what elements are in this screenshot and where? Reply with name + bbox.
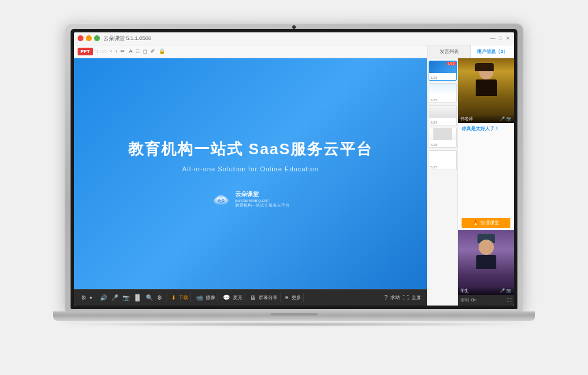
slide-thumb-3[interactable]: 3/25 — [429, 105, 457, 125]
thumb-bg-3 — [429, 106, 456, 118]
text-icon[interactable]: A — [129, 48, 132, 54]
toolbar-group-chat: 💬 麦克 — [219, 293, 245, 302]
slide-thumb-2[interactable]: 2/25 — [429, 83, 457, 103]
toolbar-group-record: ⚙ ● — [78, 293, 95, 302]
zoom-icon[interactable]: 🔍 — [145, 293, 154, 302]
menu-icon[interactable]: ≡ — [284, 293, 290, 302]
lock-icon[interactable]: 🔒 — [159, 48, 165, 54]
chat-section: 你真是太好人了！ — [458, 123, 514, 215]
teacher-video-icons: 🎤 📷 — [500, 117, 512, 121]
title-bar-right: — □ ✕ — [490, 35, 510, 41]
help-icon[interactable]: ? — [383, 293, 389, 302]
download-label[interactable]: 下载 — [179, 294, 188, 301]
thumb-live-1: LIVE — [447, 62, 456, 65]
more-label: 更多 — [292, 294, 301, 301]
tab-speech-list[interactable]: 发言列表 — [427, 45, 471, 58]
gear-icon[interactable]: ⚙ — [156, 293, 163, 302]
rec-status: 录制 — [460, 297, 469, 303]
chat-username: 你真是太好人了！ — [462, 126, 499, 131]
recording-bar: 录制 On ⛶ — [458, 295, 514, 306]
main-content: PPT 1 /25 ‹ › ✏ A □ ◻ ✐ 🔒 — [74, 45, 514, 306]
toolbar-group-more: ≡ 更多 — [282, 293, 304, 302]
shape-icon[interactable]: □ — [136, 48, 139, 54]
tab-user-info[interactable]: 用户信息（2） — [471, 45, 514, 58]
student-video-feed — [458, 230, 514, 295]
download-icon[interactable]: ⬇ — [170, 293, 177, 302]
toolbar-group-audio: 🔊 🎤 📷 ▐▌ 🔍 ⚙ — [96, 293, 166, 302]
rec-toggle[interactable]: On — [471, 298, 476, 302]
toolbar-group-screen: 🖥 屏幕分享 — [246, 293, 280, 302]
close-button[interactable] — [78, 35, 83, 41]
title-close-icon[interactable]: ✕ — [506, 35, 510, 41]
thumb-label-1: 1/25 — [430, 76, 437, 79]
logo-name: 云朵课堂 — [235, 190, 290, 198]
thumb-label-4: 4/25 — [430, 143, 437, 147]
pencil-icon[interactable]: ✐ — [151, 48, 155, 54]
thumb-label-2: 2/25 — [430, 98, 437, 102]
record-label: ● — [89, 295, 92, 300]
student-cam-icon: 📷 — [506, 288, 512, 293]
slide-title-cn: 教育机构一站式 SaaS服务云平台 — [128, 139, 373, 160]
thumb-bg-4 — [429, 128, 456, 141]
teacher-name: 伟老师 — [460, 116, 473, 122]
eraser-icon[interactable]: ◻ — [143, 48, 147, 54]
camera-icon[interactable]: 📷 — [121, 293, 131, 302]
screen-label: 屏幕分享 — [259, 294, 278, 301]
equalizer-icon[interactable]: ▐▌ — [132, 293, 143, 302]
laptop-screen: 云朵课堂 5.1.1.0506 — □ ✕ PPT 1 /25 — [65, 23, 523, 311]
maximize-button[interactable] — [94, 35, 100, 41]
page-indicator: 1 /25 — [96, 49, 107, 54]
slide-logo: 云朵 云朵课堂 yunduoketang.com 教育机构一站式 汇服务云平台 — [212, 190, 290, 208]
student-video-icons: 🎤 📷 — [500, 288, 512, 293]
title-bar: 云朵课堂 5.1.1.0506 — □ ✕ — [74, 32, 514, 45]
title-minimize-icon[interactable]: — — [490, 35, 496, 41]
fullscreen-icon[interactable]: ⛶ — [402, 293, 410, 302]
camera-label: 摄像 — [206, 294, 215, 301]
slide-thumb-5[interactable]: 5/25 — [429, 150, 457, 170]
video-top: 伟老师 🎤 📷 — [458, 58, 514, 123]
laptop-bezel: 云朵课堂 5.1.1.0506 — □ ✕ PPT 1 /25 — [71, 29, 517, 309]
thumb-bg-2 — [429, 84, 456, 96]
settings-icon[interactable]: ⚙ — [80, 293, 88, 302]
thumb-bg-5 — [429, 151, 456, 163]
video-icon[interactable]: 📹 — [195, 293, 204, 302]
rec-fullscreen[interactable]: ⛶ — [507, 298, 512, 302]
cam-status-icon: 📷 — [506, 117, 512, 121]
pen-icon[interactable]: ✏ — [121, 48, 125, 54]
app-title: 云朵课堂 5.1.1.0506 — [103, 35, 490, 42]
student-video-overlay: 学生 🎤 📷 — [458, 287, 514, 295]
student-mic-icon: 🎤 — [500, 288, 505, 293]
app-window: 云朵课堂 5.1.1.0506 — □ ✕ PPT 1 /25 — [74, 32, 514, 306]
title-maximize-icon[interactable]: □ — [499, 35, 502, 41]
slide-area: PPT 1 /25 ‹ › ✏ A □ ◻ ✐ 🔒 — [74, 45, 427, 306]
help-label: 求助 — [390, 294, 400, 301]
minimize-button[interactable] — [86, 35, 92, 41]
cloud-icon: 云朵 — [212, 192, 230, 206]
mic-icon[interactable]: 🎤 — [110, 293, 119, 302]
svg-text:云朵: 云朵 — [218, 198, 225, 203]
thumb-label-5: 5/25 — [430, 165, 437, 169]
right-content: 伟老师 🎤 📷 — [458, 58, 514, 306]
laptop-base — [53, 311, 535, 321]
chat-icon[interactable]: 💬 — [222, 293, 231, 302]
toolbar-group-right: ? 求助 ⛶ 全屏 — [380, 293, 423, 302]
manage-classroom-button[interactable]: 🔥 管理课堂 — [462, 218, 510, 228]
slides-column: 1/25 LIVE 2/25 3/25 — [427, 58, 458, 306]
slide-thumb-1[interactable]: 1/25 LIVE — [429, 61, 457, 81]
logo-sub: 教育机构一站式 汇服务云平台 — [235, 203, 290, 208]
speaker-icon[interactable]: 🔊 — [99, 293, 108, 302]
teacher-video-feed — [458, 58, 514, 123]
mic-status-icon: 🎤 — [500, 117, 505, 121]
drawing-toolbar: PPT 1 /25 ‹ › ✏ A □ ◻ ✐ 🔒 — [74, 45, 427, 58]
slide-thumb-4[interactable]: 4/25 — [429, 128, 457, 148]
arrow-right-icon[interactable]: › — [115, 48, 117, 54]
student-name: 学生 — [460, 288, 469, 294]
ppt-label: PPT — [78, 48, 93, 55]
arrow-left-icon[interactable]: ‹ — [110, 48, 112, 54]
window-controls — [78, 35, 100, 41]
screen-icon[interactable]: 🖥 — [249, 293, 257, 302]
right-panel: 发言列表 用户信息（2） 1/25 LIVE — [427, 45, 514, 306]
laptop-wrapper: 云朵课堂 5.1.1.0506 — □ ✕ PPT 1 /25 — [41, 23, 547, 353]
chat-message: 你真是太好人了！ — [458, 123, 514, 134]
slide-title-en: All-in-one Solution for Online Education — [182, 165, 319, 172]
